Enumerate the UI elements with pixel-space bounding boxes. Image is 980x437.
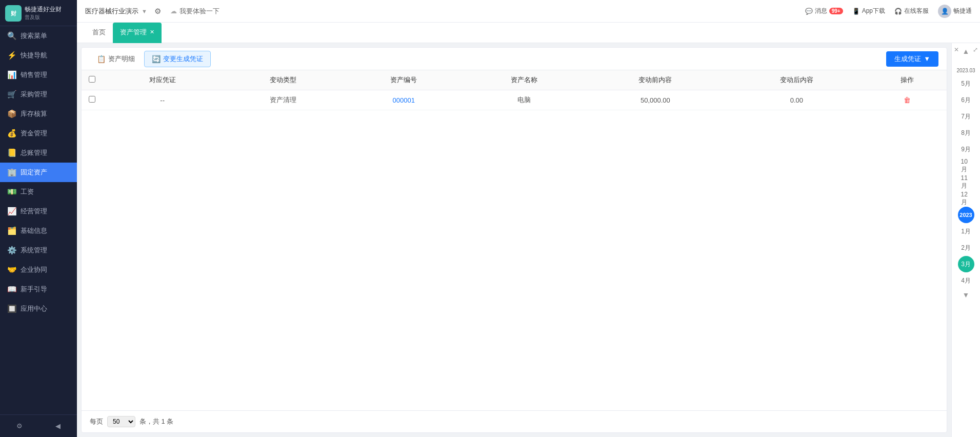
table-wrapper: 对应凭证 变动类型 资产编号 资产名称 <box>82 70 947 410</box>
sidebar-item-sales-label: 销售管理 <box>21 70 47 80</box>
app-download-button[interactable]: 📱 App下载 <box>852 7 885 15</box>
sidebar-item-payroll[interactable]: 💵 工资 <box>0 182 77 202</box>
user-menu-button[interactable]: 👤 畅捷通 <box>938 5 972 18</box>
experience-icon: ☁ <box>170 7 177 15</box>
tab-home-label: 首页 <box>92 28 106 37</box>
tab-close-icon[interactable]: ✕ <box>150 29 154 35</box>
sidebar-item-basic-info-label: 基础信息 <box>21 226 47 235</box>
header-right: 💬 消息 99+ 📱 App下载 🎧 在线客服 👤 畅捷通 <box>805 5 972 18</box>
finance-icon: 💰 <box>7 129 16 138</box>
tab-home[interactable]: 首页 <box>85 23 113 43</box>
page-size-select[interactable]: 50 10 20 100 <box>107 416 135 427</box>
sub-tab-asset-detail[interactable]: 📋 资产明细 <box>90 51 142 67</box>
sidebar-item-app-center[interactable]: 🔲 应用中心 <box>0 299 77 319</box>
messages-button[interactable]: 💬 消息 99+ <box>805 7 843 15</box>
timeline-month-12[interactable]: 12月 <box>958 190 974 207</box>
delete-row-button[interactable]: 🗑 <box>904 96 911 104</box>
sidebar-item-inventory[interactable]: 📦 库存核算 <box>0 104 77 124</box>
sidebar-item-system[interactable]: ⚙️ 系统管理 <box>0 241 77 260</box>
tab-asset-mgmt-label: 资产管理 <box>120 28 147 37</box>
timeline-month-4[interactable]: 4月 <box>958 272 974 289</box>
asset-change-table: 对应凭证 变动类型 资产编号 资产名称 <box>82 70 947 110</box>
sub-tabs-left: 📋 资产明细 🔄 变更生成凭证 <box>90 51 211 67</box>
company-name: 医疗器械行业演示 <box>85 7 138 16</box>
timeline-year-display: 2023.03 <box>956 68 975 73</box>
ledger-icon: 📒 <box>7 148 16 157</box>
tabs-bar: 首页 资产管理 ✕ <box>77 23 980 43</box>
timeline-month-6[interactable]: 6月 <box>958 92 974 108</box>
cell-voucher: -- <box>102 90 223 110</box>
timeline-month-2[interactable]: 2月 <box>958 240 974 256</box>
timeline-expand-button[interactable]: ⤢ <box>973 46 978 53</box>
generate-voucher-button[interactable]: 生成凭证 ▼ <box>886 51 938 67</box>
timeline-month-1[interactable]: 1月 <box>958 223 974 240</box>
timeline-up-button[interactable]: ▲ <box>961 45 972 57</box>
table-header-row: 对应凭证 变动类型 资产编号 资产名称 <box>82 70 947 90</box>
timeline-month-11[interactable]: 11月 <box>958 174 974 190</box>
select-all-checkbox[interactable] <box>89 76 95 83</box>
timeline-month-8[interactable]: 8月 <box>958 125 974 141</box>
basic-info-icon: 🗂️ <box>7 226 16 235</box>
col-voucher: 对应凭证 <box>102 70 223 90</box>
change-voucher-icon: 🔄 <box>152 55 161 63</box>
logo-icon: 财 <box>5 5 22 22</box>
sidebar-item-finance[interactable]: 💰 资金管理 <box>0 124 77 143</box>
sidebar-item-finance-label: 资金管理 <box>21 129 47 138</box>
col-after-change: 变动后内容 <box>726 70 868 90</box>
settings-button[interactable]: ⚙ <box>13 419 26 433</box>
sub-tab-change-voucher[interactable]: 🔄 变更生成凭证 <box>144 51 211 67</box>
timeline-month-7[interactable]: 7月 <box>958 108 974 125</box>
sidebar-item-ledger[interactable]: 📒 总账管理 <box>0 143 77 163</box>
experience-button[interactable]: ☁ 我要体验一下 <box>170 7 219 16</box>
logo-text-block: 畅捷通好业财 普及版 <box>25 6 62 21</box>
company-selector[interactable]: 医疗器械行业演示 ▼ <box>85 7 147 16</box>
sidebar-item-ledger-label: 总账管理 <box>21 148 47 157</box>
sidebar-item-guide-label: 新手引导 <box>21 285 47 294</box>
row-checkbox-cell <box>82 90 102 110</box>
generate-dropdown-icon: ▼ <box>924 55 930 63</box>
timeline-month-10[interactable]: 10月 <box>958 157 974 174</box>
sidebar-item-search[interactable]: 🔍 搜索菜单 <box>0 26 77 46</box>
sidebar-item-operations[interactable]: 📈 经营管理 <box>0 202 77 221</box>
timeline-month-5[interactable]: 5月 <box>958 75 974 92</box>
sidebar: 财 畅捷通好业财 普及版 🔍 搜索菜单 ⚡ 快捷导航 📊 销售管理 🛒 采购管理… <box>0 0 77 437</box>
fixed-assets-icon: 🏢 <box>7 168 16 177</box>
sidebar-item-system-label: 系统管理 <box>21 246 47 255</box>
sidebar-item-purchase[interactable]: 🛒 采购管理 <box>0 85 77 104</box>
col-change-type: 变动类型 <box>223 70 343 90</box>
sidebar-item-guide[interactable]: 📖 新手引导 <box>0 280 77 299</box>
app-center-icon: 🔲 <box>7 304 16 313</box>
col-before-change: 变动前内容 <box>585 70 726 90</box>
content-panel: 📋 资产明细 🔄 变更生成凭证 生成凭证 ▼ <box>81 47 947 433</box>
timeline-month-9[interactable]: 9月 <box>958 141 974 157</box>
timeline-down-button[interactable]: ▼ <box>961 289 972 301</box>
collapse-sidebar-button[interactable]: ◀ <box>52 419 64 433</box>
sidebar-item-operations-label: 经营管理 <box>21 207 47 216</box>
content-area: 📋 资产明细 🔄 变更生成凭证 生成凭证 ▼ <box>77 43 980 437</box>
header: 医疗器械行业演示 ▼ ⚙ ☁ 我要体验一下 💬 消息 99+ 📱 App下载 🎧… <box>77 0 980 23</box>
sidebar-item-sales[interactable]: 📊 销售管理 <box>0 65 77 85</box>
sidebar-item-fixed-assets[interactable]: 🏢 固定资产 <box>0 163 77 182</box>
cell-asset-code: 000001 <box>344 90 464 110</box>
sales-icon: 📊 <box>7 70 16 80</box>
timeline-year-badge[interactable]: 2023 <box>958 207 974 223</box>
system-icon: ⚙️ <box>7 246 16 255</box>
sidebar-item-basic-info[interactable]: 🗂️ 基础信息 <box>0 221 77 241</box>
sidebar-item-fixed-assets-label: 固定资产 <box>21 168 47 177</box>
timeline-month-3[interactable]: 3月 <box>958 256 974 272</box>
logo-subtitle: 普及版 <box>25 14 62 21</box>
settings-gear-icon[interactable]: ⚙ <box>154 7 161 16</box>
guide-icon: 📖 <box>7 285 16 294</box>
sub-tabs-bar: 📋 资产明细 🔄 变更生成凭证 生成凭证 ▼ <box>82 48 947 70</box>
cell-operation: 🗑 <box>867 90 947 110</box>
row-checkbox[interactable] <box>89 96 95 103</box>
sidebar-item-collab[interactable]: 🤝 企业协同 <box>0 260 77 280</box>
sidebar-item-payroll-label: 工资 <box>21 187 34 196</box>
online-service-button[interactable]: 🎧 在线客服 <box>894 7 929 15</box>
page-size-label: 每页 <box>90 417 103 426</box>
sidebar-item-quick-nav[interactable]: ⚡ 快捷导航 <box>0 46 77 65</box>
sidebar-logo: 财 畅捷通好业财 普及版 <box>0 0 77 26</box>
collab-icon: 🤝 <box>7 265 16 274</box>
tab-asset-mgmt[interactable]: 资产管理 ✕ <box>113 23 162 43</box>
timeline-close-button[interactable]: ✕ <box>954 46 959 53</box>
